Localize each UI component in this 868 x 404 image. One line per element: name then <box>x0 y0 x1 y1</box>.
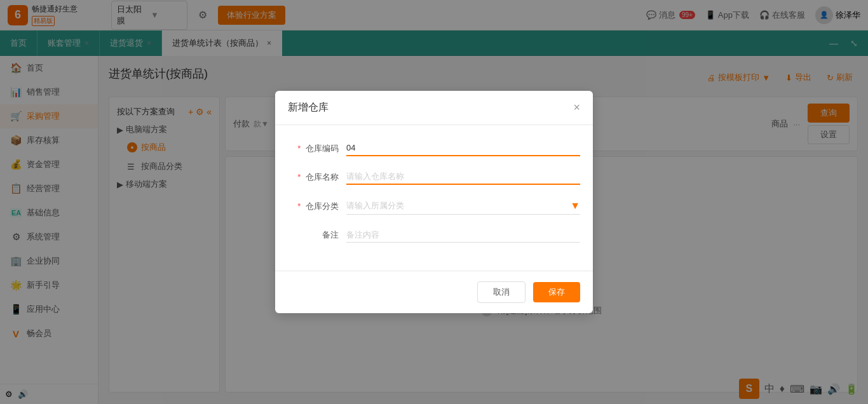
modal-close-icon[interactable]: × <box>573 101 580 114</box>
warehouse-code-label: * 仓库编码 <box>288 143 339 154</box>
modal-overlay: 新增仓库 × * 仓库编码 * 仓库名称 <box>0 0 868 404</box>
warehouse-name-label: * 仓库名称 <box>288 172 339 183</box>
form-row-remark: 备注 <box>288 227 580 243</box>
form-row-warehouse-name: * 仓库名称 <box>288 169 580 185</box>
warehouse-code-input[interactable] <box>346 140 580 156</box>
category-dropdown-arrow-icon: ▼ <box>570 200 580 212</box>
add-warehouse-modal: 新增仓库 × * 仓库编码 * 仓库名称 <box>275 91 593 313</box>
modal-footer: 取消 保存 <box>275 271 593 313</box>
warehouse-category-label: * 仓库分类 <box>288 201 339 212</box>
save-button[interactable]: 保存 <box>533 282 580 302</box>
form-row-warehouse-category: * 仓库分类 请输入所属分类 ▼ <box>288 198 580 215</box>
modal-body: * 仓库编码 * 仓库名称 * 仓库分类 请输入所属 <box>275 125 593 271</box>
remark-input[interactable] <box>346 227 580 243</box>
warehouse-category-select[interactable]: 请输入所属分类 ▼ <box>346 198 580 215</box>
form-row-warehouse-code: * 仓库编码 <box>288 140 580 156</box>
remark-label: 备注 <box>288 229 339 241</box>
cancel-button[interactable]: 取消 <box>477 281 526 303</box>
warehouse-name-input[interactable] <box>346 169 580 185</box>
modal-title: 新增仓库 <box>288 101 329 114</box>
modal-header: 新增仓库 × <box>275 91 593 125</box>
